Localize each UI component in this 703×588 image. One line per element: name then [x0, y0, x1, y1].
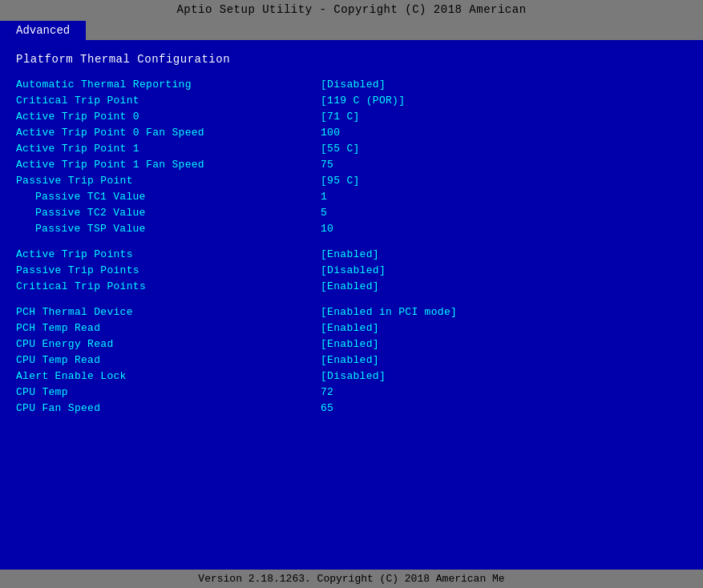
row-cpu-temp: CPU Temp 72 — [16, 386, 687, 401]
label-cpu-energy-read: CPU Energy Read — [16, 338, 321, 350]
title-text: Aptio Setup Utility - Copyright (C) 2018… — [176, 3, 526, 16]
row-active-trip-points: Active Trip Points [Enabled] — [16, 248, 687, 263]
value-critical-trip-points: [Enabled] — [321, 280, 379, 292]
main-content: Platform Thermal Configuration Automatic… — [0, 40, 703, 570]
value-active-trip-point-0: [71 C] — [321, 111, 360, 123]
label-automatic-thermal-reporting: Automatic Thermal Reporting — [16, 79, 321, 91]
value-active-trip-point-1-fan-speed: 75 — [321, 159, 333, 171]
value-active-trip-point-0-fan-speed: 100 — [321, 127, 340, 139]
label-active-trip-point-0-fan-speed: Active Trip Point 0 Fan Speed — [16, 127, 321, 139]
value-passive-tc1-value: 1 — [321, 191, 327, 203]
value-pch-temp-read: [Enabled] — [321, 322, 379, 334]
row-passive-trip-point: Passive Trip Point [95 C] — [16, 175, 687, 189]
row-passive-tc1-value: Passive TC1 Value 1 — [16, 191, 687, 205]
label-passive-tc1-value: Passive TC1 Value — [16, 191, 321, 203]
row-passive-trip-points: Passive Trip Points [Disabled] — [16, 264, 687, 279]
value-critical-trip-point: [119 C (POR)] — [321, 95, 405, 107]
label-passive-tc2-value: Passive TC2 Value — [16, 207, 321, 219]
row-active-trip-point-1-fan-speed: Active Trip Point 1 Fan Speed 75 — [16, 159, 687, 173]
value-alert-enable-lock: [Disabled] — [321, 370, 386, 382]
value-cpu-energy-read: [Enabled] — [321, 338, 379, 350]
label-pch-temp-read: PCH Temp Read — [16, 322, 321, 334]
bottom-bar: Version 2.18.1263. Copyright (C) 2018 Am… — [0, 570, 703, 588]
value-active-trip-points: [Enabled] — [321, 248, 379, 260]
label-cpu-fan-speed: CPU Fan Speed — [16, 402, 321, 414]
label-passive-trip-point: Passive Trip Point — [16, 175, 321, 187]
section-title: Platform Thermal Configuration — [16, 53, 687, 66]
spacer-1 — [16, 239, 687, 248]
label-critical-trip-point: Critical Trip Point — [16, 95, 321, 107]
label-alert-enable-lock: Alert Enable Lock — [16, 370, 321, 382]
value-passive-tsp-value: 10 — [321, 223, 333, 235]
label-active-trip-points: Active Trip Points — [16, 248, 321, 260]
label-critical-trip-points: Critical Trip Points — [16, 280, 321, 292]
row-critical-trip-point: Critical Trip Point [119 C (POR)] — [16, 95, 687, 109]
value-cpu-fan-speed: 65 — [321, 402, 333, 414]
row-passive-tsp-value: Passive TSP Value 10 — [16, 223, 687, 237]
spacer-2 — [16, 296, 687, 306]
label-passive-tsp-value: Passive TSP Value — [16, 223, 321, 235]
value-passive-tc2-value: 5 — [321, 207, 327, 219]
label-pch-thermal-device: PCH Thermal Device — [16, 306, 321, 318]
label-cpu-temp-read: CPU Temp Read — [16, 354, 321, 366]
row-cpu-fan-speed: CPU Fan Speed 65 — [16, 402, 687, 417]
row-cpu-temp-read: CPU Temp Read [Enabled] — [16, 354, 687, 369]
tab-advanced[interactable]: Advanced — [0, 21, 86, 40]
row-pch-thermal-device: PCH Thermal Device [Enabled in PCI mode] — [16, 306, 687, 320]
row-critical-trip-points: Critical Trip Points [Enabled] — [16, 280, 687, 295]
title-bar: Aptio Setup Utility - Copyright (C) 2018… — [0, 0, 703, 19]
value-cpu-temp-read: [Enabled] — [321, 354, 379, 366]
label-active-trip-point-0: Active Trip Point 0 — [16, 111, 321, 123]
row-pch-temp-read: PCH Temp Read [Enabled] — [16, 322, 687, 336]
row-alert-enable-lock: Alert Enable Lock [Disabled] — [16, 370, 687, 385]
row-active-trip-point-1: Active Trip Point 1 [55 C] — [16, 143, 687, 157]
value-cpu-temp: 72 — [321, 386, 333, 398]
label-active-trip-point-1-fan-speed: Active Trip Point 1 Fan Speed — [16, 159, 321, 171]
value-passive-trip-points: [Disabled] — [321, 264, 386, 276]
value-automatic-thermal-reporting: [Disabled] — [321, 79, 386, 91]
label-cpu-temp: CPU Temp — [16, 386, 321, 398]
row-cpu-energy-read: CPU Energy Read [Enabled] — [16, 338, 687, 352]
version-text: Version 2.18.1263. Copyright (C) 2018 Am… — [198, 573, 504, 585]
row-passive-tc2-value: Passive TC2 Value 5 — [16, 207, 687, 221]
label-active-trip-point-1: Active Trip Point 1 — [16, 143, 321, 155]
value-pch-thermal-device: [Enabled in PCI mode] — [321, 306, 457, 318]
row-automatic-thermal-reporting: Automatic Thermal Reporting [Disabled] — [16, 79, 687, 93]
screen: Aptio Setup Utility - Copyright (C) 2018… — [0, 0, 703, 588]
value-active-trip-point-1: [55 C] — [321, 143, 360, 155]
menu-bar: Advanced — [0, 19, 703, 40]
value-passive-trip-point: [95 C] — [321, 175, 360, 187]
row-active-trip-point-0: Active Trip Point 0 [71 C] — [16, 111, 687, 125]
row-active-trip-point-0-fan-speed: Active Trip Point 0 Fan Speed 100 — [16, 127, 687, 141]
label-passive-trip-points: Passive Trip Points — [16, 264, 321, 276]
